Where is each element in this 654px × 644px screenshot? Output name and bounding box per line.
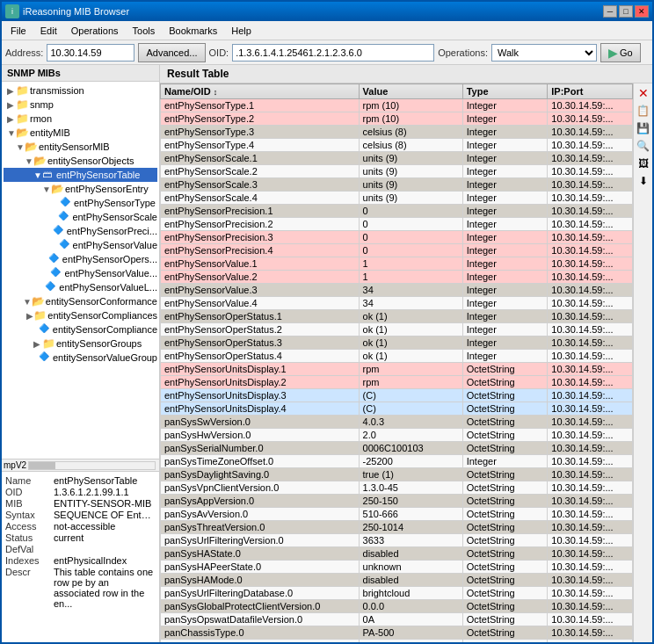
table-row[interactable]: entPhySensorType.1rpm (10)Integer10.30.1… [161, 99, 633, 112]
tree-item-entphysensoropers[interactable]: 🔷 entPhySensorOpers... [4, 252, 157, 266]
maximize-button[interactable]: □ [619, 5, 633, 18]
menu-tools[interactable]: Tools [126, 24, 163, 38]
tree-toggle[interactable]: ▼ [25, 156, 33, 166]
table-row[interactable]: panSysHAMode.0disabledOctetString10.30.1… [161, 574, 633, 587]
side-icon-download[interactable]: ⬇ [636, 173, 651, 189]
side-icon-close[interactable]: ✕ [636, 85, 651, 101]
menu-edit[interactable]: Edit [33, 24, 64, 38]
table-row[interactable]: panSysSerialNumber.00006C100103OctetStri… [161, 442, 633, 455]
table-row[interactable]: entPhySensorOperStatus.3ok (1)Integer10.… [161, 336, 633, 350]
tree-toggle[interactable]: ▼ [7, 128, 16, 138]
tree-item-entphysensorentry[interactable]: ▼ 📂 entPhySensorEntry [4, 182, 157, 196]
tree-item-entphysensortype[interactable]: 🔷 entPhySensorType [4, 196, 157, 210]
side-icon-search[interactable]: 🔍 [636, 138, 651, 154]
tree-item-entphysensorscale[interactable]: 🔷 entPhySensorScale [4, 210, 157, 224]
table-row[interactable]: panSysVpnClientVersion.01.3.0-45OctetStr… [161, 481, 633, 495]
table-row[interactable]: entPhySensorValue.21Integer10.30.14.59:.… [161, 271, 633, 284]
tree-item-entitysensorvaluegroup[interactable]: 🔷 entitySensorValueGroup [4, 351, 157, 365]
address-input[interactable] [47, 44, 134, 62]
table-row[interactable]: entPhySensorUnitsDisplay.2rpmOctetString… [161, 376, 633, 389]
menu-file[interactable]: File [4, 24, 33, 38]
tree-item-entphysensorvalue1[interactable]: 🔷 entPhySensorValue... [4, 266, 157, 280]
table-row[interactable]: entPhySensorPrecision.10Integer10.30.14.… [161, 205, 633, 218]
table-row[interactable]: entPhySensorOperStatus.4ok (1)Integer10.… [161, 350, 633, 363]
tree-toggle[interactable]: ▶ [7, 114, 16, 124]
table-row[interactable]: entPhySensorScale.1units (9)Integer10.30… [161, 152, 633, 165]
tree-container[interactable]: ▶ 📁 transmission ▶ 📁 snmp ▶ 📁 rmon [2, 82, 159, 459]
tree-item-snmp[interactable]: ▶ 📁 snmp [4, 98, 157, 112]
table-row[interactable]: panSysTimeZoneOffset.0-25200Integer10.30… [161, 455, 633, 468]
table-row[interactable]: entPhySensorType.2rpm (10)Integer10.30.1… [161, 112, 633, 126]
table-row[interactable]: entPhySensorPrecision.40Integer10.30.14.… [161, 244, 633, 257]
tree-toggle[interactable]: ▶ [33, 339, 42, 349]
table-row[interactable]: entPhySensorValue.434Integer10.30.14.59:… [161, 297, 633, 310]
table-row[interactable]: panSysSwVersion.04.0.3OctetString10.30.1… [161, 416, 633, 429]
table-row[interactable]: entPhySensorOperStatus.1ok (1)Integer10.… [161, 310, 633, 323]
side-icon-copy[interactable]: 📋 [636, 103, 651, 119]
oid-input[interactable] [232, 44, 434, 62]
table-row[interactable]: panSysHAPeerState.0unknownOctetString10.… [161, 561, 633, 574]
data-table-container[interactable]: Name/OID ↕ Value Type IP: [160, 83, 633, 642]
tree-item-entphysensorvaluel[interactable]: 🔷 entPhySensorValueL... [4, 280, 157, 294]
table-row[interactable]: entPhySensorOperStatus.2ok (1)Integer10.… [161, 323, 633, 336]
table-row[interactable]: entPhySensorValue.11Integer10.30.14.59:.… [161, 257, 633, 271]
tree-item-entphysensorvalue[interactable]: 🔷 entPhySensorValue [4, 238, 157, 252]
tree-toggle[interactable]: ▼ [23, 297, 32, 307]
tree-toggle[interactable]: ▼ [33, 170, 42, 180]
minimize-button[interactable]: ─ [603, 5, 617, 18]
tree-item-entitysensorgroups[interactable]: ▶ 📁 entitySensorGroups [4, 336, 157, 351]
table-row[interactable]: panSysGlobalProtectClientVersion.00.0.0O… [161, 600, 633, 613]
table-row[interactable]: entPhySensorPrecision.20Integer10.30.14.… [161, 218, 633, 231]
tree-toggle[interactable]: ▶ [7, 100, 16, 110]
table-row[interactable]: entPhySensorPrecision.30Integer10.30.14.… [161, 231, 633, 244]
go-button[interactable]: ▶ Go [600, 43, 641, 62]
advanced-button[interactable]: Advanced... [138, 43, 205, 62]
tree-item-entitysensorconformance[interactable]: ▼ 📂 entitySensorConformance [4, 294, 157, 308]
table-row[interactable]: entPhySensorScale.4units (9)Integer10.30… [161, 192, 633, 205]
tree-item-entphysensortable[interactable]: ▼ 🗃 entPhySensorTable [4, 168, 157, 182]
menu-bookmarks[interactable]: Bookmarks [162, 24, 224, 38]
table-cell-name: entPhySensorPrecision.3 [161, 231, 360, 244]
tree-toggle[interactable]: ▼ [42, 185, 51, 194]
side-icon-save[interactable]: 💾 [636, 120, 651, 136]
table-row[interactable]: entPhySensorType.4celsius (8)Integer10.3… [161, 139, 633, 152]
table-row[interactable]: panSessionUtilization.00Integer10.30.14.… [161, 640, 633, 643]
table-row[interactable]: panSysAvVersion.0510-666OctetString10.30… [161, 508, 633, 521]
table-row[interactable]: entPhySensorScale.3units (9)Integer10.30… [161, 178, 633, 192]
tree-toggle[interactable]: ▶ [7, 86, 16, 96]
table-cell-name: entPhySensorScale.4 [161, 192, 360, 205]
tree-item-transmission[interactable]: ▶ 📁 transmission [4, 83, 157, 98]
table-row[interactable]: panSysHAState.0disabledOctetString10.30.… [161, 547, 633, 561]
table-row[interactable]: panChassisType.0PA-500OctetString10.30.1… [161, 626, 633, 640]
tree-toggle[interactable]: ▼ [16, 142, 25, 152]
side-icon-image[interactable]: 🖼 [636, 156, 651, 171]
close-button[interactable]: ✕ [635, 5, 649, 18]
table-row[interactable]: panSysUrlFilteringVersion.03633OctetStri… [161, 534, 633, 547]
tree-item-entitysensorcompliance[interactable]: 🔷 entitySensorCompliance [4, 322, 157, 336]
tree-item-rmon[interactable]: ▶ 📁 rmon [4, 112, 157, 126]
table-row[interactable]: panSysOpswatDatafileVersion.00AOctetStri… [161, 613, 633, 626]
table-row[interactable]: entPhySensorUnitsDisplay.3(C)OctetString… [161, 389, 633, 402]
table-row[interactable]: panSysUrlFilteringDatabase.0brightcloudO… [161, 587, 633, 600]
table-row[interactable]: panSysThreatVersion.0250-1014OctetString… [161, 521, 633, 534]
menu-help[interactable]: Help [224, 24, 258, 38]
table-row[interactable]: entPhySensorType.3celsius (8)Integer10.3… [161, 126, 633, 139]
table-row[interactable]: panSysHwVersion.02.0OctetString10.30.14.… [161, 429, 633, 442]
table-row[interactable]: entPhySensorUnitsDisplay.1rpmOctetString… [161, 363, 633, 376]
tree-item-entitymib[interactable]: ▼ 📂 entityMIB [4, 126, 157, 140]
table-row[interactable]: panSysDaylightSaving.0true (1)OctetStrin… [161, 468, 633, 481]
tree-item-entphysensorpreci[interactable]: 🔷 entPhySensorPreci... [4, 224, 157, 238]
table-cell-type: Integer [462, 99, 548, 112]
table-row[interactable]: entPhySensorScale.2units (9)Integer10.30… [161, 165, 633, 178]
horizontal-scrollbar[interactable] [28, 461, 156, 470]
table-row[interactable]: entPhySensorUnitsDisplay.4(C)OctetString… [161, 402, 633, 416]
tree-toggle[interactable]: ▶ [26, 311, 33, 321]
operations-select[interactable]: Walk Get GetNext Set [491, 44, 597, 62]
tree-item-entitysensorcompliances[interactable]: ▶ 📁 entitySensorCompliances [4, 308, 157, 322]
tree-item-entitysensormib[interactable]: ▼ 📂 entitySensorMIB [4, 140, 157, 154]
menu-operations[interactable]: Operations [64, 24, 126, 38]
info-row-status: Status current [5, 532, 156, 543]
table-row[interactable]: entPhySensorValue.334Integer10.30.14.59:… [161, 284, 633, 297]
tree-item-entitysensorobjects[interactable]: ▼ 📂 entitySensorObjects [4, 154, 157, 168]
table-row[interactable]: panSysAppVersion.0250-150OctetString10.3… [161, 495, 633, 508]
